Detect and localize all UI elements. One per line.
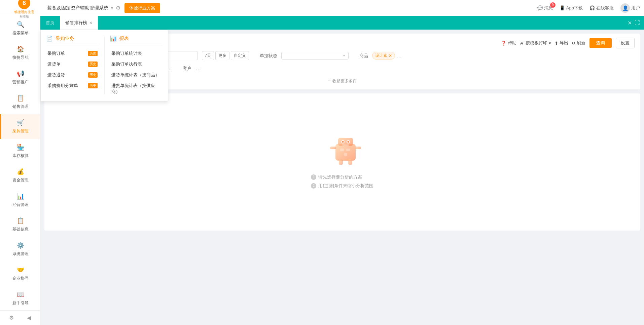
enterprise-icon: 🤝 xyxy=(17,266,24,274)
sidebar-item-label: 营销推广 xyxy=(12,79,29,85)
tab-close-icon[interactable]: ✕ xyxy=(89,21,93,25)
settings-button[interactable]: 设置 xyxy=(616,38,635,48)
empty-text: 1 请先选择要分析的方案 2 用[过滤]条件来缩小分析范围 xyxy=(311,173,373,190)
history-tag: 历史 xyxy=(88,83,98,88)
phone-icon: 📱 xyxy=(560,5,565,10)
menu-columns: 📄 采购业务 采购订单 历史 进货单 历史 进货退货 历史 采购费用分摊单 历史 xyxy=(41,34,168,97)
date-custom-button[interactable]: 自定义 xyxy=(231,51,249,60)
sidebar-item-label: 资金管理 xyxy=(12,177,29,183)
goods-more-icon[interactable]: ... xyxy=(396,53,402,59)
sidebar-item-purchase[interactable]: 🛒 采购管理 xyxy=(0,114,40,139)
menu-item-purchase-order[interactable]: 采购订单 历史 xyxy=(46,48,99,59)
purchase-business-column: 📄 采购业务 采购订单 历史 进货单 历史 进货退货 历史 采购费用分摊单 历史 xyxy=(41,34,104,97)
marketing-icon: 📢 xyxy=(17,70,24,77)
sidebar-item-sales[interactable]: 📋 销售管理 xyxy=(0,90,40,114)
history-tag: 历史 xyxy=(88,62,98,67)
goods-tag-remove-icon[interactable]: ✕ xyxy=(389,53,392,58)
customer-filter: ... xyxy=(195,66,201,72)
step-2-number: 2 xyxy=(311,183,316,189)
purchase-icon: 🛒 xyxy=(17,119,24,126)
top-header: 6 畅捷通好生意 标准版 装备及固定资产辅助管理系统 ▾ ⚙ 体验行业方案 💬 … xyxy=(0,0,644,16)
sidebar: 🔍 搜索菜单 🏠 快捷导航 📢 营销推广 📋 销售管理 🛒 采购管理 🏪 库存核… xyxy=(0,16,40,325)
close-tab-icon[interactable]: ✕ xyxy=(628,20,632,26)
sidebar-item-operations[interactable]: 📊 经营管理 xyxy=(0,188,40,212)
guide-icon: 📖 xyxy=(17,291,24,298)
avatar: 👤 xyxy=(620,3,630,13)
collapse-icon[interactable]: ◀ xyxy=(27,315,31,321)
svg-rect-0 xyxy=(335,144,356,161)
svg-rect-12 xyxy=(346,149,350,151)
sidebar-item-label: 新手引导 xyxy=(12,300,29,306)
purchase-business-icon: 📄 xyxy=(46,35,53,42)
sidebar-item-label: 基础信息 xyxy=(12,227,29,232)
search-icon: 🔍 xyxy=(17,21,24,28)
sidebar-item-label: 销售管理 xyxy=(12,104,29,110)
svg-point-13 xyxy=(344,153,347,156)
menu-item-goods-in[interactable]: 进货单 历史 xyxy=(46,59,99,70)
app-download-action[interactable]: 📱 App下载 xyxy=(560,5,583,11)
sidebar-item-system[interactable]: ⚙️ 系统管理 xyxy=(0,237,40,261)
svg-rect-6 xyxy=(342,145,349,146)
goods-label: 商品 xyxy=(359,53,368,59)
sidebar-item-label: 搜索菜单 xyxy=(12,30,29,36)
svg-rect-9 xyxy=(339,159,343,165)
online-service-action[interactable]: 🎧 在线客服 xyxy=(589,5,614,11)
sidebar-item-label: 企业协同 xyxy=(12,276,29,281)
menu-item-order-exec[interactable]: 采购订单执行表 xyxy=(110,59,163,70)
sidebar-item-guide[interactable]: 📖 新手引导 xyxy=(0,286,40,311)
sidebar-item-label: 经营管理 xyxy=(12,202,29,208)
export-icon: ⬆ xyxy=(554,41,558,46)
empty-step-1: 1 请先选择要分析的方案 xyxy=(311,173,373,181)
report-icon: 📊 xyxy=(110,35,117,42)
tab-bar: 首页 销售排行榜 ✕ ✕ ⛶ xyxy=(40,16,644,30)
sidebar-item-label: 系统管理 xyxy=(12,251,29,257)
industry-button[interactable]: 体验行业方案 xyxy=(124,3,160,13)
svg-rect-11 xyxy=(340,149,344,151)
chevron-down-icon: ▾ xyxy=(343,54,345,57)
menu-item-order-stats[interactable]: 采购订单统计表 xyxy=(110,48,163,59)
messages-action[interactable]: 💬 消息 9 xyxy=(537,5,553,11)
export-button[interactable]: ⬆ 导出 xyxy=(554,40,568,46)
fullscreen-icon[interactable]: ⛶ xyxy=(635,20,640,26)
sidebar-item-search[interactable]: 🔍 搜索菜单 xyxy=(0,16,40,41)
header-right: 💬 消息 9 📱 App下载 🎧 在线客服 👤 用户 xyxy=(537,3,640,13)
voucher-status-select[interactable]: ▾ xyxy=(281,52,349,59)
help-button[interactable]: ❓ 帮助 xyxy=(501,40,516,46)
sidebar-bottom: ⚙ ◀ xyxy=(0,310,40,325)
tab-sales-rank[interactable]: 销售排行榜 ✕ xyxy=(60,16,98,30)
menu-item-goods-return[interactable]: 进货退货 历史 xyxy=(46,70,99,80)
sidebar-item-finance[interactable]: 💰 资金管理 xyxy=(0,163,40,188)
sidebar-item-inventory[interactable]: 🏪 库存核算 xyxy=(0,139,40,163)
history-tag: 历史 xyxy=(88,51,98,56)
refresh-button[interactable]: ↻ 刷新 xyxy=(572,40,585,46)
print-button[interactable]: 🖨 按模板打印 ▾ xyxy=(520,40,551,46)
sales-icon: 📋 xyxy=(17,94,24,102)
operations-icon: 📊 xyxy=(17,193,24,200)
user-action[interactable]: 👤 用户 xyxy=(620,3,640,13)
menu-item-goods-in-stats-by-product[interactable]: 进货单统计表（按商品） xyxy=(110,70,163,80)
sidebar-item-marketing[interactable]: 📢 营销推广 xyxy=(0,65,40,90)
menu-item-purchase-expense[interactable]: 采购费用分摊单 历史 xyxy=(46,80,99,91)
tab-right-actions: ✕ ⛶ xyxy=(628,20,644,26)
system-settings-icon[interactable]: ⚙ xyxy=(116,5,120,11)
settings-bottom-icon[interactable]: ⚙ xyxy=(9,315,14,321)
message-badge: 9 xyxy=(550,2,556,8)
system-title: 装备及固定资产辅助管理系统 ▾ xyxy=(47,5,113,11)
date-more-button[interactable]: 更多 xyxy=(215,51,229,60)
sidebar-item-basic[interactable]: 📋 基础信息 xyxy=(0,212,40,237)
help-icon: ❓ xyxy=(501,41,506,46)
logo-area: 6 畅捷通好生意 标准版 xyxy=(4,0,44,19)
home-icon: 🏠 xyxy=(17,45,24,53)
step-1-number: 1 xyxy=(311,174,316,180)
query-button[interactable]: 查询 xyxy=(589,38,612,48)
svg-rect-8 xyxy=(355,147,361,149)
customer-more-icon[interactable]: ... xyxy=(195,66,201,72)
print-icon: 🖨 xyxy=(520,41,524,46)
system-chevron-icon[interactable]: ▾ xyxy=(111,6,113,10)
sidebar-item-enterprise[interactable]: 🤝 企业协同 xyxy=(0,261,40,286)
svg-rect-7 xyxy=(330,147,336,149)
menu-item-goods-in-stats-by-supplier[interactable]: 进货单统计表（按供应商） xyxy=(110,80,163,97)
date-7days-button[interactable]: 7天 xyxy=(202,51,214,60)
sidebar-item-quick-nav[interactable]: 🏠 快捷导航 xyxy=(0,41,40,65)
system-icon: ⚙️ xyxy=(17,242,24,249)
